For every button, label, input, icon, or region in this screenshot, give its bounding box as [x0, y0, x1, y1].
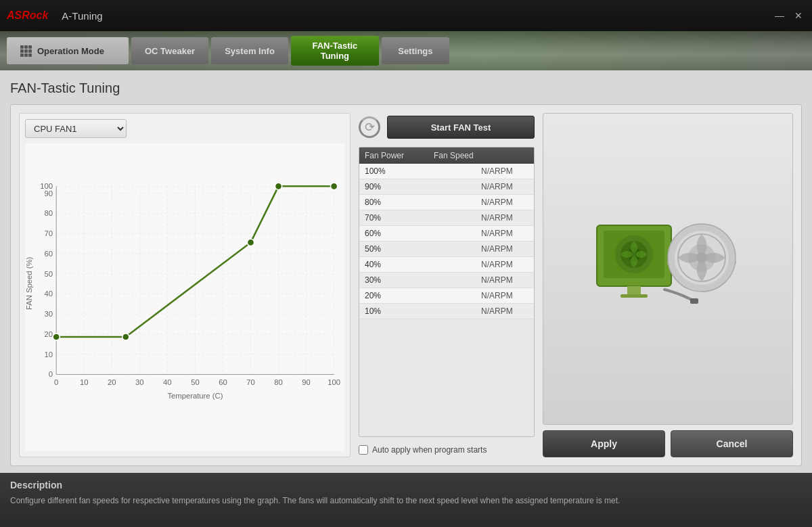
fan-selector: CPU FAN1 CPU FAN2 CHA FAN1 CHA FAN2	[25, 119, 344, 138]
table-row: 100% N/A RPM	[359, 164, 534, 179]
table-row: 90% N/A RPM	[359, 179, 534, 195]
svg-point-52	[275, 183, 281, 189]
fan-power-cell: 10%	[365, 306, 454, 316]
col-fan-power: Fan Power	[365, 151, 434, 160]
tab-settings[interactable]: Settings	[382, 37, 449, 64]
svg-text:80: 80	[274, 378, 283, 386]
fan-spin-icon	[359, 116, 380, 138]
svg-text:30: 30	[135, 378, 144, 386]
close-button[interactable]: ✕	[792, 10, 805, 21]
chart-section: CPU FAN1 CPU FAN2 CHA FAN1 CHA FAN2	[19, 113, 351, 457]
auto-apply-checkbox[interactable]	[359, 445, 368, 455]
col-unit	[488, 151, 528, 160]
svg-text:10: 10	[45, 350, 53, 359]
fan-power-cell: 90%	[365, 182, 454, 191]
svg-text:10: 10	[80, 378, 89, 386]
auto-apply-row: Auto apply when program starts	[359, 442, 535, 457]
fan-dropdown[interactable]: CPU FAN1 CPU FAN2 CHA FAN1 CHA FAN2	[25, 119, 127, 138]
titlebar: ASRock A-Tuning — ✕	[0, 0, 812, 31]
fan-speed-cell: N/A	[454, 260, 495, 269]
tab-system-info[interactable]: System Info	[211, 37, 288, 64]
svg-text:70: 70	[246, 378, 255, 386]
start-fan-test-button[interactable]: Start FAN Test	[387, 116, 535, 139]
tab-operation-mode[interactable]: Operation Mode	[7, 37, 129, 64]
svg-text:20: 20	[45, 330, 53, 338]
fan-speed-cell: N/A	[454, 182, 495, 191]
svg-text:FAN Speed (%): FAN Speed (%)	[25, 257, 33, 311]
svg-text:20: 20	[108, 378, 116, 386]
description-area: Description Configure different fan spee…	[0, 473, 812, 527]
svg-point-50	[122, 334, 129, 340]
svg-text:90: 90	[302, 378, 311, 386]
fan-rpm-cell: RPM	[495, 275, 528, 285]
page-title-area: FAN-Tastic Tuning	[10, 81, 802, 96]
tab-oc-tweaker[interactable]: OC Tweaker	[131, 37, 208, 64]
fan-rpm-cell: RPM	[495, 182, 528, 191]
table-row: 70% N/A RPM	[359, 210, 534, 226]
svg-rect-68	[690, 298, 698, 304]
fan-rpm-cell: RPM	[495, 291, 528, 300]
fan-power-cell: 20%	[365, 291, 454, 300]
table-row: 20% N/A RPM	[359, 288, 534, 304]
main-panel: CPU FAN1 CPU FAN2 CHA FAN1 CHA FAN2	[10, 104, 802, 466]
cancel-button[interactable]: Cancel	[671, 430, 793, 457]
operation-mode-label: Operation Mode	[37, 46, 104, 56]
svg-rect-60	[627, 286, 641, 294]
svg-text:0: 0	[54, 378, 58, 386]
svg-point-51	[247, 239, 254, 246]
table-row: 10% N/A RPM	[359, 304, 534, 319]
minimize-button[interactable]: —	[773, 10, 786, 21]
svg-text:80: 80	[45, 209, 53, 217]
fan-tastic-line1: FAN-Tastic	[312, 41, 357, 51]
fan-rpm-cell: RPM	[495, 244, 528, 254]
action-buttons: Apply Cancel	[543, 430, 793, 457]
svg-text:100: 100	[40, 182, 53, 190]
fan-tastic-line2: Tuning	[321, 51, 349, 61]
svg-text:90: 90	[45, 189, 53, 198]
svg-rect-61	[621, 294, 648, 298]
fan-speed-cell: N/A	[454, 166, 495, 176]
svg-text:70: 70	[45, 229, 53, 237]
svg-rect-0	[25, 179, 344, 415]
navigation-bar: Operation Mode OC Tweaker System Info FA…	[0, 31, 812, 70]
auto-apply-label: Auto apply when program starts	[372, 445, 487, 455]
middle-section: Start FAN Test Fan Power Fan Speed 100% …	[359, 113, 535, 457]
fan-power-cell: 50%	[365, 244, 454, 254]
table-row: 40% N/A RPM	[359, 257, 534, 273]
fan-rpm-cell: RPM	[495, 166, 528, 176]
fan-rpm-cell: RPM	[495, 229, 528, 238]
fan-image-box	[543, 113, 793, 425]
tab-fan-tastic[interactable]: FAN-Tastic Tuning	[291, 36, 379, 66]
app-name: A-Tuning	[62, 10, 102, 22]
fan-power-cell: 100%	[365, 166, 454, 176]
table-row: 80% N/A RPM	[359, 195, 534, 210]
svg-text:50: 50	[191, 378, 200, 386]
apply-button[interactable]: Apply	[543, 430, 665, 457]
table-row: 60% N/A RPM	[359, 226, 534, 242]
fan-power-cell: 80%	[365, 198, 454, 207]
fan-power-cell: 60%	[365, 229, 454, 238]
fan-power-cell: 30%	[365, 275, 454, 285]
fan-rpm-cell: RPM	[495, 213, 528, 223]
fan-speed-table: Fan Power Fan Speed 100% N/A RPM 90% N/A…	[359, 147, 535, 437]
svg-text:40: 40	[45, 290, 53, 298]
svg-text:0: 0	[49, 371, 53, 379]
fan-speed-cell: N/A	[454, 275, 495, 285]
fan-speed-cell: N/A	[454, 198, 495, 207]
fan-speed-cell: N/A	[454, 291, 495, 300]
content-area: FAN-Tastic Tuning CPU FAN1 CPU FAN2 CHA …	[0, 70, 812, 473]
fan-speed-chart[interactable]: 0 10 20 30 40 50 60 70 80 90 100	[25, 143, 344, 451]
fan-illustration	[590, 212, 746, 327]
svg-text:60: 60	[219, 378, 227, 386]
svg-text:Temperature (C): Temperature (C)	[167, 392, 223, 400]
description-title: Description	[10, 480, 802, 490]
fan-power-cell: 70%	[365, 213, 454, 223]
titlebar-controls: — ✕	[773, 10, 805, 21]
fan-rpm-cell: RPM	[495, 306, 528, 316]
svg-text:50: 50	[45, 270, 53, 278]
asrock-logo: ASRock	[7, 9, 48, 22]
fan-speed-cell: N/A	[454, 244, 495, 254]
col-fan-speed: Fan Speed	[434, 151, 488, 160]
fan-speed-cell: N/A	[454, 213, 495, 223]
right-section: Apply Cancel	[543, 113, 793, 457]
